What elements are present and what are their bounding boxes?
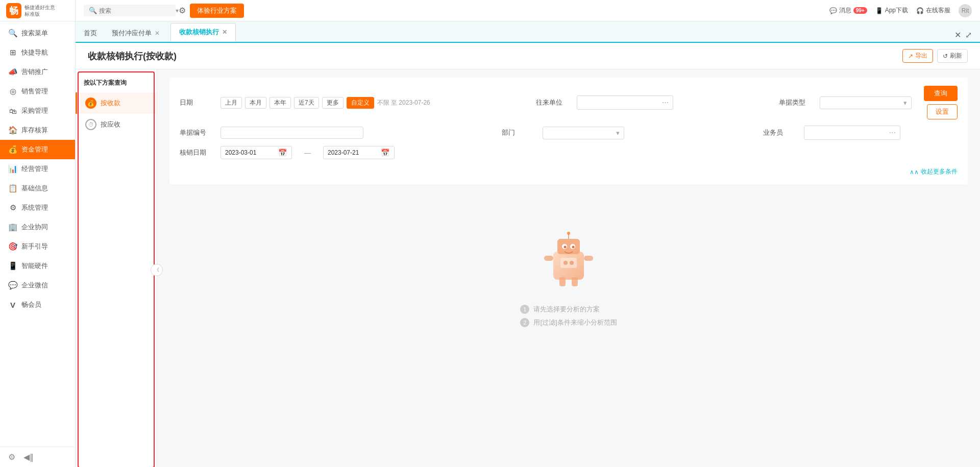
dept-select[interactable]: ▾: [543, 127, 624, 139]
sidebar-settings-icon[interactable]: ⚙: [8, 452, 15, 462]
tab-receiptvoid[interactable]: 收款核销执行 ✕: [170, 23, 236, 42]
tab-prepay[interactable]: 预付冲应付单 ✕: [103, 24, 168, 42]
sidebar-label-search: 搜索菜单: [21, 29, 48, 38]
date-btn-thisyear[interactable]: 本年: [270, 97, 291, 109]
sidebar-item-system[interactable]: ⚙ 系统管理: [0, 198, 75, 217]
right-content: 日期 上月 本月 本年 近7天 更多 自定义 不限 至 2023-07-26 往…: [157, 69, 980, 467]
collapse-more-btn[interactable]: ∧∧ 收起更多条件: [910, 167, 958, 176]
date-filter-label: 日期: [180, 98, 208, 107]
staff-input[interactable]: [808, 129, 885, 136]
sidebar-item-finance[interactable]: 💰 资金管理: [0, 140, 75, 159]
solution-button[interactable]: 体验行业方案: [190, 4, 244, 18]
sidebar-item-basic[interactable]: 📋 基础信息: [0, 179, 75, 198]
tab-close-all-btn[interactable]: ✕: [954, 30, 961, 40]
date-btn-more[interactable]: 更多: [322, 97, 344, 109]
sidebar-item-quicknav[interactable]: ⊞ 快捷导航: [0, 43, 75, 62]
export-button[interactable]: ↗ 导出: [902, 49, 933, 63]
sidebar-item-stock[interactable]: 🏠 库存核算: [0, 120, 75, 140]
date-btn-last7days[interactable]: 近7天: [294, 97, 319, 109]
refresh-button[interactable]: ↺ 刷新: [937, 49, 968, 63]
sidebar-label-finance: 资金管理: [21, 145, 48, 154]
tab-expand-btn[interactable]: ⤢: [965, 30, 972, 40]
doctype-select[interactable]: ▾: [820, 96, 912, 109]
customer-service-btn[interactable]: 🎧 在线客服: [916, 6, 950, 15]
customer-service-label: 在线客服: [926, 6, 950, 15]
app-download-btn[interactable]: 📱 App下载: [875, 6, 908, 15]
enterprise-icon: 🏢: [8, 223, 17, 232]
partner-dots[interactable]: ···: [662, 98, 669, 107]
sidebar-item-wechat[interactable]: 💬 企业微信: [0, 276, 75, 295]
date-btn-thismonth[interactable]: 本月: [245, 97, 266, 109]
marketing-icon: 📣: [8, 67, 17, 77]
tab-prepay-close[interactable]: ✕: [155, 30, 160, 37]
sidebar-item-hardware[interactable]: 📱 智能硬件: [0, 256, 75, 276]
page-title: 收款核销执行(按收款): [88, 50, 177, 68]
svg-rect-7: [584, 256, 593, 261]
left-panel: 按以下方案查询 💰 按收款 ⏱ 按应收 《: [76, 69, 157, 467]
sidebar-label-sales: 销售管理: [21, 87, 48, 96]
verify-date-label: 核销日期: [180, 148, 208, 157]
verify-date-start-wrapper[interactable]: 2023-03-01 📅: [220, 146, 292, 159]
message-btn[interactable]: 💬 消息 99+: [829, 6, 867, 15]
sidebar-item-operations[interactable]: 📊 经营管理: [0, 159, 75, 179]
partner-input[interactable]: [581, 99, 658, 106]
tab-prepay-label: 预付冲应付单: [112, 29, 152, 38]
main-content: 收款核销执行(按收款) ↗ 导出 ↺ 刷新 按以下方案查询 💰 按收款 ⏱: [76, 0, 980, 467]
sidebar-label-hardware: 智能硬件: [21, 261, 48, 271]
sidebar-nav: 🔍 搜索菜单 ⊞ 快捷导航 📣 营销推广 ◎ 销售管理 🛍 采购管理 🏠 库存核…: [0, 21, 75, 447]
sidebar-item-purchase[interactable]: 🛍 采购管理: [0, 101, 75, 120]
date-btn-custom[interactable]: 自定义: [347, 97, 374, 109]
tab-bar-actions: ✕ ⤢: [954, 30, 972, 42]
finance-icon: 💰: [8, 145, 17, 154]
tab-receiptvoid-close[interactable]: ✕: [222, 29, 227, 36]
sidebar-item-guide[interactable]: 🎯 新手引导: [0, 237, 75, 256]
left-panel-title: 按以下方案查询: [76, 76, 157, 92]
empty-steps: 1 请先选择要分析的方案 2 用[过滤]条件来缩小分析范围: [520, 303, 617, 329]
partner-select[interactable]: ···: [577, 95, 673, 110]
sidebar-item-member[interactable]: V 畅会员: [0, 295, 75, 314]
settings-button[interactable]: 设置: [927, 104, 958, 119]
user-avatar: Rit: [959, 4, 972, 17]
top-search-input[interactable]: [99, 7, 165, 14]
top-search-box[interactable]: 🔍: [84, 5, 176, 16]
date-btn-lastmonth[interactable]: 上月: [220, 97, 242, 109]
calendar-end-icon[interactable]: 📅: [381, 149, 389, 157]
page-header-actions: ↗ 导出 ↺ 刷新: [902, 49, 968, 69]
collapse-up-icon: ∧∧: [910, 168, 919, 176]
tab-receiptvoid-label: 收款核销执行: [179, 28, 219, 37]
left-panel-item-by-receipt[interactable]: 💰 按收款: [76, 92, 157, 114]
staff-dots[interactable]: ···: [889, 128, 896, 137]
sidebar-item-sales[interactable]: ◎ 销售管理: [0, 82, 75, 101]
query-button[interactable]: 查询: [924, 86, 958, 101]
svg-point-4: [564, 246, 567, 249]
doctype-select-input[interactable]: [824, 99, 901, 106]
verify-date-end-input[interactable]: 2023-07-21: [328, 149, 379, 156]
filter-section: 日期 上月 本月 本年 近7天 更多 自定义 不限 至 2023-07-26 往…: [169, 78, 968, 184]
left-panel-item-by-receivable[interactable]: ⏱ 按应收: [76, 114, 157, 135]
dept-select-input[interactable]: [547, 129, 614, 136]
top-gear-icon[interactable]: ⚙: [179, 6, 186, 15]
svg-rect-12: [560, 258, 577, 268]
docnum-input[interactable]: [220, 127, 363, 139]
verify-date-start-input[interactable]: 2023-03-01: [225, 149, 276, 156]
sidebar-label-marketing: 营销推广: [21, 67, 48, 77]
refresh-icon: ↺: [943, 53, 948, 60]
verify-date-end-wrapper[interactable]: 2023-07-21 📅: [323, 146, 395, 159]
sidebar-item-marketing[interactable]: 📣 营销推广: [0, 62, 75, 82]
sidebar-collapse-icon[interactable]: ◀‖: [23, 452, 34, 462]
date-btns-group: 上月 本月 本年 近7天 更多 自定义 不限 至 2023-07-26: [220, 97, 430, 109]
empty-step-2: 2 用[过滤]条件来缩小分析范围: [520, 316, 617, 329]
calendar-start-icon[interactable]: 📅: [278, 149, 287, 157]
left-panel-collapse-btn[interactable]: 《: [151, 264, 163, 276]
headset-icon: 🎧: [916, 7, 924, 14]
page-header: 收款核销执行(按收款) ↗ 导出 ↺ 刷新: [76, 43, 980, 69]
tab-home[interactable]: 首页: [84, 24, 103, 42]
empty-step-1: 1 请先选择要分析的方案: [520, 303, 617, 316]
sidebar-item-search[interactable]: 🔍 搜索菜单: [0, 23, 75, 43]
sales-icon: ◎: [8, 87, 17, 96]
sidebar-item-enterprise[interactable]: 🏢 企业协同: [0, 217, 75, 237]
collapse-more-label: 收起更多条件: [921, 167, 958, 176]
by-receipt-label: 按收款: [101, 99, 120, 108]
user-menu[interactable]: Rit: [959, 4, 972, 17]
staff-select[interactable]: ···: [804, 126, 900, 140]
